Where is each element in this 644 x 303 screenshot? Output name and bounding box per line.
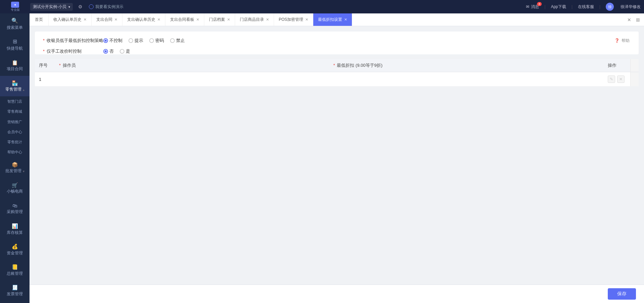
username[interactable]: 徐泽华修改: [621, 4, 641, 10]
accounting-icon: 📒: [12, 264, 18, 270]
tab-close-payment-confirm[interactable]: ✕: [157, 17, 160, 22]
form-row-control-strategy: * 收银员低于最低折扣控制策略 不控制 提示: [43, 38, 631, 44]
sidebar-item-member-center[interactable]: 会员中心: [0, 127, 30, 137]
th-discount: * 最低折扣 (9.00等于9折): [329, 59, 604, 72]
tab-store-goods[interactable]: 门店商品目录 ✕: [235, 13, 274, 26]
app-edition: 专业版: [11, 8, 20, 12]
radio-hint[interactable]: 提示: [128, 38, 143, 44]
radio-no-control[interactable]: 不控制: [103, 38, 122, 44]
wholesale-icon: 📦: [12, 161, 18, 168]
tab-store-file[interactable]: 门店档案 ✕: [204, 13, 235, 26]
sidebar-item-retail-mall[interactable]: 零售商城: [0, 106, 30, 116]
search-icon: 🔍: [11, 17, 18, 24]
sidebar-item-smart-store[interactable]: 智慧门店: [0, 96, 30, 106]
operator-input[interactable]: [59, 77, 325, 82]
form-card: * 收银员低于最低折扣控制策略 不控制 提示: [35, 32, 639, 54]
sidebar-item-label: 零售商城: [7, 109, 22, 114]
radio-password[interactable]: 密码: [149, 38, 164, 44]
radio-yes[interactable]: 是: [120, 48, 130, 54]
tab-payment-board[interactable]: 支出合同看板 ✕: [165, 13, 204, 26]
online-service-link[interactable]: 在线客服: [578, 4, 594, 10]
tab-close-payment-board[interactable]: ✕: [196, 17, 199, 22]
form-row-manual-price: * 仅手工改价时控制 否 是: [43, 48, 631, 54]
sidebar-item-accounting[interactable]: 📒 总账管理: [0, 260, 30, 280]
sidebar-item-label: 帮助中心: [7, 150, 22, 154]
radio-forbid[interactable]: 禁止: [170, 38, 185, 44]
th-action: 操作: [604, 59, 631, 72]
sidebar-item-invoice-mgmt[interactable]: 🧾 发票管理: [0, 280, 30, 301]
sidebar-item-tax-mgmt[interactable]: 🏦 税务管理: [0, 301, 30, 303]
cell-operator[interactable]: [55, 72, 329, 87]
demo-link[interactable]: 我要看实例演示: [89, 4, 123, 10]
project-name: 测试分开实例-小贝: [33, 4, 66, 10]
sidebar-item-label: 小畅电商: [7, 189, 23, 194]
tab-close-all-button[interactable]: ✕: [626, 16, 633, 23]
inventory-icon: 📊: [12, 223, 18, 230]
table-header-row: 序号 * 操作员 * 最低折扣 (9.00等于9折) 操作: [35, 59, 639, 72]
topbar-right: ✉ 8 消息 | App下载 | 在线客服 | 徐 徐泽华修改: [526, 3, 641, 11]
sidebar-item-finance-mgmt[interactable]: 💰 资金管理: [0, 239, 30, 260]
delete-row-button[interactable]: ✕: [617, 75, 625, 83]
sidebar-item-inventory[interactable]: 📊 库存核算: [0, 219, 30, 239]
sidebar-item-label: 搜索菜单: [7, 25, 23, 31]
sidebar: 🔍 搜索菜单 ⊞ 快捷导航 📋 项目合同 🏪 零售管理 ▴ 智慧门店 零售商城 …: [0, 13, 30, 303]
tab-close-store-file[interactable]: ✕: [227, 17, 230, 22]
sidebar-item-label: 资金管理: [7, 251, 23, 256]
discount-table: 序号 * 操作员 * 最低折扣 (9.00等于9折) 操作: [35, 59, 639, 87]
sidebar-item-ecommerce[interactable]: 🛒 小畅电商: [0, 178, 30, 198]
tab-close-pos-password[interactable]: ✕: [305, 17, 308, 22]
sidebar-item-shortcut[interactable]: ⊞ 快捷导航: [0, 34, 30, 55]
sidebar-item-purchase-mgmt[interactable]: 🛍 采购管理: [0, 198, 30, 219]
sidebar-item-retail-mgmt[interactable]: 🏪 零售管理 ▴: [0, 76, 30, 96]
app-download-link[interactable]: App下载: [551, 4, 566, 10]
tab-min-discount[interactable]: 最低折扣设置 ✕: [313, 13, 352, 26]
sidebar-item-retail-stats[interactable]: 零售统计: [0, 137, 30, 147]
app-logo: ✦ 专业版: [3, 2, 27, 12]
radio-no[interactable]: 否: [103, 48, 114, 54]
radio-icon-password: [149, 38, 154, 43]
tab-payment-confirm[interactable]: 支出确认单历史 ✕: [122, 13, 165, 26]
tab-close-store-goods[interactable]: ✕: [266, 17, 269, 22]
sidebar-item-label: 零售管理: [5, 87, 21, 92]
sidebar-item-marketing[interactable]: 营销推广: [0, 117, 30, 127]
tab-bar-actions: ✕ ⊞: [623, 16, 644, 23]
settings-button[interactable]: ⚙: [75, 2, 85, 11]
retail-icon: 🏪: [12, 80, 18, 87]
tab-close-payment-contract[interactable]: ✕: [114, 17, 117, 22]
radio-icon-no: [103, 49, 108, 54]
sidebar-item-help-center[interactable]: 帮助中心: [0, 147, 30, 157]
page-content: * 收银员低于最低折扣控制策略 不控制 提示: [30, 26, 644, 285]
chevron-down-icon: ▾: [23, 169, 24, 173]
table-row: 1 ✎ ✕: [35, 72, 639, 87]
tab-bar: 首页 收入确认单历史 ✕ 支出合同 ✕ 支出确认单历史 ✕ 支出合同看板 ✕ 门…: [30, 13, 644, 26]
edit-row-button[interactable]: ✎: [608, 75, 615, 83]
tab-close-min-discount[interactable]: ✕: [344, 17, 347, 22]
tab-close-income-confirm[interactable]: ✕: [84, 17, 87, 22]
save-button[interactable]: 保存: [608, 288, 636, 300]
page-footer: 保存: [30, 285, 644, 303]
sidebar-item-label: 零售统计: [7, 140, 22, 144]
sidebar-item-search[interactable]: 🔍 搜索菜单: [0, 13, 30, 34]
help-button[interactable]: ❓ 帮助: [614, 38, 631, 44]
tab-payment-contract[interactable]: 支出合同 ✕: [92, 13, 122, 26]
chevron-up-icon: ▴: [23, 88, 24, 92]
radio-group-manual-price: 否 是: [103, 48, 130, 54]
radio-icon-no-control: [103, 38, 108, 43]
message-button[interactable]: ✉ 8 消息: [526, 4, 539, 10]
th-seq: 序号: [35, 59, 55, 72]
sidebar-item-label: 库存核算: [7, 230, 23, 236]
tab-pos-password[interactable]: POS加密管理 ✕: [274, 13, 313, 26]
project-selector[interactable]: 测试分开实例-小贝 ▾: [30, 3, 73, 11]
cell-seq: 1: [35, 72, 55, 87]
sidebar-item-label: 营销推广: [7, 119, 22, 124]
radio-icon-hint: [128, 38, 133, 43]
tab-expand-button[interactable]: ⊞: [635, 16, 641, 23]
main-layout: 🔍 搜索菜单 ⊞ 快捷导航 📋 项目合同 🏪 零售管理 ▴ 智慧门店 零售商城 …: [0, 13, 644, 303]
discount-input[interactable]: [333, 77, 600, 82]
sidebar-item-project-contract[interactable]: 📋 项目合同: [0, 55, 30, 76]
sidebar-item-label: 总账管理: [7, 271, 23, 276]
sidebar-item-wholesale-mgmt[interactable]: 📦 批发管理 ▾: [0, 157, 30, 178]
tab-income-confirm[interactable]: 收入确认单历史 ✕: [49, 13, 92, 26]
cell-discount[interactable]: [329, 72, 604, 87]
tab-home[interactable]: 首页: [30, 13, 49, 26]
